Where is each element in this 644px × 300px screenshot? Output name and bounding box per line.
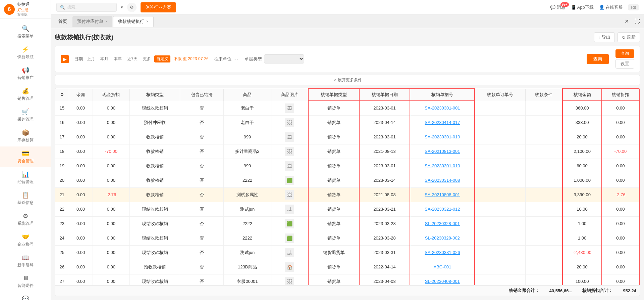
tab-collection-close[interactable]: ×	[146, 19, 149, 24]
cell-terms	[525, 173, 562, 187]
col-bill-no: 核销单据号	[410, 89, 475, 101]
sidebar-item-1[interactable]: ⚡快捷导航	[0, 42, 51, 63]
cell-cleared: 否	[180, 245, 224, 260]
sidebar-item-9[interactable]: ⚙系统管理	[0, 209, 51, 230]
sidebar-icon-7: 📊	[22, 171, 29, 178]
expand-more-row[interactable]: ∨ 展开更多条件	[55, 75, 640, 85]
fullscreen-btn[interactable]: ⛶	[633, 17, 641, 26]
sidebar-label-12: 智能硬件	[17, 283, 34, 289]
filter-bar: ▶ 日期 上月 本月 本年 近7天 更多 自定义 不限 至 2023-07-26…	[55, 46, 640, 72]
industry-btn[interactable]: 休验行业方案	[141, 2, 176, 12]
cell-type: 预付冲应收	[130, 115, 180, 130]
cell-amount: 360.00	[562, 101, 602, 115]
cell-bill-no[interactable]: SA-20230414-017	[410, 115, 475, 130]
export-btn[interactable]: ↑ 导出	[594, 32, 615, 42]
cell-cleared: 否	[180, 173, 224, 187]
sidebar-item-2[interactable]: 📢营销推广	[0, 63, 51, 84]
close-window-btn[interactable]: ✕	[623, 17, 631, 26]
page-header: 收款核销执行(按收款) ↑ 导出 ↻ 刷新	[55, 32, 640, 42]
date-7days[interactable]: 近7天	[125, 55, 140, 62]
query-btn[interactable]: 查询	[587, 54, 609, 64]
online-service[interactable]: 👤 在线客服	[599, 4, 623, 10]
cell-goods-img: 🖼	[271, 115, 308, 130]
cell-type: 收款核销	[130, 130, 180, 144]
table-header-row: ⚙ 余额 现金折扣 核销类型 包含已结清 商品 商品图片 核销单据类型 核销单据…	[55, 89, 639, 101]
settings-icon[interactable]: ⚙	[60, 92, 64, 97]
topbar: 🔍 搜索... ▾ ⚙ 休验行业方案 💬 消息 99+ 📱 App下载 👤 在线…	[51, 0, 644, 15]
cell-discount-col: 0.00	[602, 245, 639, 260]
sidebar-item-0[interactable]: 🔍搜索菜单	[0, 22, 51, 42]
cell-bill-no[interactable]: SA-20210813-001	[410, 144, 475, 159]
cell-bill-no[interactable]: SA-20230301-010	[410, 130, 475, 144]
cell-goods: 测试多属性	[224, 187, 271, 202]
query-btn-2[interactable]: 查询	[615, 49, 634, 58]
cell-bill-no[interactable]: SA-20210808-001	[410, 187, 475, 202]
cell-bill-type: 销货单	[308, 274, 359, 285]
col-settings[interactable]: ⚙	[55, 89, 69, 101]
dropdown-arrow[interactable]: ▾	[121, 5, 123, 10]
sidebar-label-4: 采购管理	[17, 117, 34, 122]
date-this-year[interactable]: 本年	[112, 55, 124, 62]
table-wrapper[interactable]: ⚙ 余额 现金折扣 核销类型 包含已结清 商品 商品图片 核销单据类型 核销单据…	[55, 88, 640, 285]
bill-type-select[interactable]	[264, 54, 304, 63]
cell-balance: 0.00	[69, 144, 93, 159]
sidebar-item-13[interactable]: 💬企业微信	[0, 292, 51, 300]
date-custom[interactable]: 自定义	[154, 55, 170, 62]
cell-bill-no[interactable]: SA-20230321-012	[410, 202, 475, 216]
sidebar-item-11[interactable]: 📖新手引导	[0, 251, 51, 271]
search-bar[interactable]: 🔍 搜索...	[56, 3, 117, 12]
cell-goods: 测试jun	[224, 202, 271, 216]
tab-prepay-close[interactable]: ×	[105, 19, 108, 24]
sidebar-item-12[interactable]: 🖥智能硬件	[0, 271, 51, 292]
cell-goods-img: 🖼	[271, 130, 308, 144]
sidebar-item-5[interactable]: 📦库存核算	[0, 126, 51, 146]
date-this-month[interactable]: 本月	[98, 55, 110, 62]
date-last-month[interactable]: 上月	[85, 55, 97, 62]
table-row: 15 0.00 0.00 现线收款核销 否 老白干 🖼 销货单 2023-03-…	[55, 101, 639, 115]
message-badge[interactable]: 💬 消息 99+	[550, 4, 566, 10]
cell-bill-no[interactable]: ABC-001	[410, 260, 475, 274]
cell-bill-type: 销货单	[308, 216, 359, 231]
cell-bill-no[interactable]: SA-20230301-001	[410, 101, 475, 115]
cell-balance: 0.00	[69, 274, 93, 285]
date-more[interactable]: 更多	[141, 55, 153, 62]
tab-collection[interactable]: 收款核销执行 ×	[113, 16, 154, 27]
cell-bill-no[interactable]: SL-20230408-001	[410, 274, 475, 285]
cell-terms	[525, 245, 562, 260]
filter-expand-btn[interactable]: ▶	[61, 55, 69, 63]
cell-bill-no[interactable]: SA-20230314-008	[410, 173, 475, 187]
sidebar-item-4[interactable]: 🛒采购管理	[0, 105, 51, 126]
cell-type: 收款核销	[130, 159, 180, 173]
bill-type-filter: 单据类型	[245, 54, 304, 63]
app-download[interactable]: 📱 App下载	[571, 4, 594, 10]
sidebar-item-3[interactable]: 💰销售管理	[0, 84, 51, 105]
cell-bill-no[interactable]: SA-20230301-010	[410, 159, 475, 173]
topbar-right: 💬 消息 99+ 📱 App下载 👤 在线客服 Rit	[550, 4, 639, 10]
col-goods: 商品	[224, 89, 271, 101]
sidebar-icon-11: 📖	[22, 254, 29, 261]
cell-terms	[525, 231, 562, 245]
cell-bill-no[interactable]: SL-20230328-002	[410, 231, 475, 245]
refresh-btn[interactable]: ↻ 刷新	[618, 32, 640, 42]
settings-icon[interactable]: ⚙	[127, 3, 137, 12]
tab-prepay[interactable]: 预付冲应付单 ×	[72, 16, 112, 27]
cell-cleared: 否	[180, 187, 224, 202]
cell-bill-no[interactable]: SA-20230331-026	[410, 245, 475, 260]
cell-id: 20	[55, 173, 69, 187]
sidebar-item-7[interactable]: 📊经营管理	[0, 167, 51, 188]
cell-goods: 2222	[224, 231, 271, 245]
filter-settings-btn[interactable]: 设置	[615, 59, 634, 69]
cell-goods-img: 🖼	[271, 144, 308, 159]
cell-bill-date: 2023-04-08	[359, 274, 410, 285]
cell-amount: 100.00	[562, 274, 602, 285]
cell-bill-no[interactable]: SL-20230328-001	[410, 216, 475, 231]
tab-home[interactable]: 首页	[54, 16, 72, 27]
sidebar-item-10[interactable]: 🤝企业协同	[0, 230, 51, 251]
cell-terms	[525, 187, 562, 202]
sidebar-item-6[interactable]: 💳资金管理	[0, 146, 51, 167]
total-amount-label: 核销金额合计：	[509, 288, 539, 294]
refresh-icon: ↻	[622, 35, 626, 40]
col-balance: 余额	[69, 89, 93, 101]
cell-goods: 老白干	[224, 115, 271, 130]
sidebar-item-8[interactable]: 📋基础信息	[0, 188, 51, 209]
